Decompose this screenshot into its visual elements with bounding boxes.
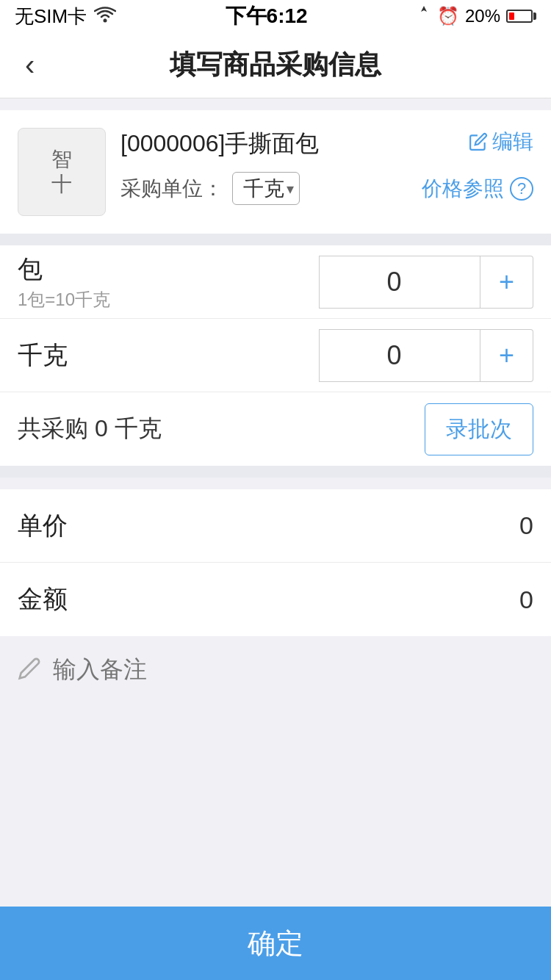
notes-section [0,636,551,724]
product-image: 智 十 [18,128,106,216]
unit-price-row: 单价 0 [0,489,551,563]
total-label: 共采购 0 千克 [18,413,162,445]
wifi-icon [94,5,116,28]
batch-button[interactable]: 录批次 [425,403,533,455]
kg-quantity-input[interactable] [319,329,480,382]
help-icon: ? [510,177,533,201]
bag-quantity-input[interactable] [319,256,480,309]
amount-row: 金额 0 [0,563,551,636]
unit-price-label: 单价 [18,509,68,543]
pencil-icon [18,657,41,685]
svg-point-0 [104,18,107,22]
edit-button[interactable]: 编辑 [469,128,533,156]
product-logo: 智 十 [51,147,72,196]
location-icon [417,6,431,26]
bag-sub-label: 1包=10千克 [18,288,319,311]
alarm-icon: ⏰ [437,6,459,26]
bag-plus-button[interactable]: + [480,256,533,309]
back-button[interactable]: ‹ [18,41,42,89]
page-title: 填写商品采购信息 [170,47,381,83]
bag-label-group: 包 1包=10千克 [18,253,319,311]
carrier-label: 无SIM卡 [15,4,87,29]
status-bar: 无SIM卡 下午6:12 ⏰ 20% [0,0,551,32]
bottom-spacer [0,724,551,871]
status-left: 无SIM卡 [15,4,116,29]
kg-label-group: 千克 [18,339,319,372]
input-section: 包 1包=10千克 + 千克 + [0,245,551,392]
product-unit-row: 采购单位： 千克 ▾ 价格参照 ? [120,172,533,205]
product-card: 智 十 [0000006]手撕面包 编辑 采购单位： [0,110,551,234]
price-reference-button[interactable]: 价格参照 ? [422,175,533,203]
unit-price-value: 0 [519,511,533,540]
unit-select[interactable]: 千克 [232,172,300,205]
kg-label: 千克 [18,339,319,372]
kg-plus-button[interactable]: + [480,329,533,382]
nav-bar: ‹ 填写商品采购信息 [0,32,551,98]
bag-controls: + [319,256,533,309]
battery-percent: 20% [465,6,500,26]
status-time: 下午6:12 [226,2,308,30]
notes-input[interactable] [53,654,533,681]
bag-input-row: 包 1包=10千克 + [0,245,551,319]
product-name: [0000006]手撕面包 [120,128,319,160]
amount-label: 金额 [18,583,68,616]
battery-icon [506,10,536,23]
kg-controls: + [319,329,533,382]
product-info: [0000006]手撕面包 编辑 采购单位： 千克 ▾ [120,128,533,205]
kg-input-row: 千克 + [0,319,551,392]
unit-select-wrapper[interactable]: 千克 ▾ [232,172,300,205]
section-divider-1 [0,234,551,245]
bag-label: 包 [18,253,319,287]
amount-value: 0 [519,586,533,614]
price-section: 单价 0 金额 0 [0,489,551,636]
confirm-button[interactable]: 确定 [0,907,551,980]
unit-label: 采购单位： [120,175,223,203]
total-row: 共采购 0 千克 录批次 [0,392,551,466]
product-header: [0000006]手撕面包 编辑 [120,128,533,160]
status-right: ⏰ 20% [417,6,536,26]
section-divider-2 [0,466,551,478]
